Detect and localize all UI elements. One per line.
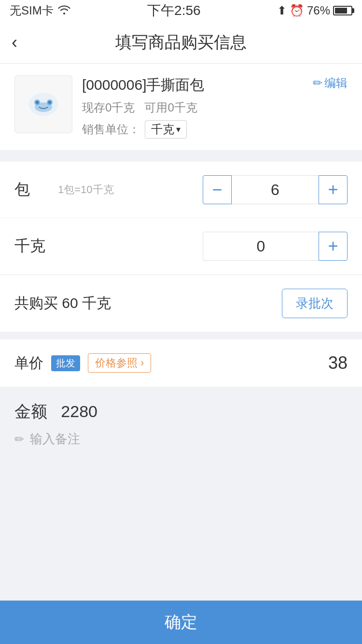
note-row[interactable]: ✏ 输入备注 bbox=[14, 431, 348, 457]
summary-row: 共购买 60 千克 录批次 bbox=[0, 275, 362, 332]
alarm-icon: ⏰ bbox=[290, 4, 304, 17]
package-qty-input[interactable] bbox=[232, 175, 319, 204]
product-stock: 现存0千克 可用0千克 bbox=[82, 100, 348, 115]
svg-point-5 bbox=[48, 101, 51, 104]
kg-row: 千克 + bbox=[0, 218, 362, 275]
time-display: 下午2:56 bbox=[147, 1, 201, 20]
price-ref-button[interactable]: 价格参照 › bbox=[88, 353, 151, 373]
battery-icon bbox=[333, 6, 352, 15]
confirm-button[interactable]: 确定 bbox=[165, 611, 197, 633]
unit-select[interactable]: 千克 ▾ bbox=[145, 120, 187, 139]
package-label: 包 bbox=[14, 179, 53, 200]
pencil-icon: ✏ bbox=[14, 433, 24, 446]
price-label: 单价 bbox=[14, 353, 43, 373]
empty-space bbox=[0, 457, 362, 592]
location-icon: ⬆ bbox=[277, 4, 287, 17]
summary-text: 共购买 60 千克 bbox=[14, 294, 111, 313]
product-name: [0000006]手撕面包 bbox=[82, 75, 204, 95]
status-right: ⬆ ⏰ 76% bbox=[277, 4, 352, 17]
nav-bar: ‹ 填写商品购买信息 bbox=[0, 21, 362, 64]
wifi-icon bbox=[57, 4, 71, 17]
price-value: 38 bbox=[328, 353, 348, 373]
package-sublabel: 1包=10千克 bbox=[58, 182, 114, 197]
price-badge: 批发 bbox=[51, 355, 80, 371]
battery-percent: 76% bbox=[307, 4, 330, 17]
chevron-down-icon: ▾ bbox=[176, 124, 181, 135]
kg-qty-control: + bbox=[203, 232, 348, 261]
product-thumbnail bbox=[14, 75, 72, 133]
product-card: [0000006]手撕面包 ✏ 编辑 现存0千克 可用0千克 销售单位： 千克 … bbox=[0, 64, 362, 154]
page-title: 填写商品购买信息 bbox=[115, 31, 247, 54]
batch-button[interactable]: 录批次 bbox=[282, 289, 348, 318]
package-qty-control: − + bbox=[203, 175, 348, 204]
amount-row: 金额 2280 bbox=[14, 401, 348, 423]
status-left: 无SIM卡 bbox=[10, 3, 71, 18]
kg-qty-input[interactable] bbox=[203, 232, 319, 261]
carrier-label: 无SIM卡 bbox=[10, 3, 54, 18]
note-placeholder[interactable]: 输入备注 bbox=[30, 431, 80, 448]
edit-icon: ✏ bbox=[313, 76, 322, 90]
svg-point-3 bbox=[35, 102, 52, 112]
kg-increment-button[interactable]: + bbox=[319, 232, 348, 261]
status-bar: 无SIM卡 下午2:56 ⬆ ⏰ 76% bbox=[0, 0, 362, 21]
package-row: 包 1包=10千克 − + bbox=[0, 162, 362, 218]
package-increment-button[interactable]: + bbox=[319, 175, 348, 204]
package-decrement-button[interactable]: − bbox=[203, 175, 232, 204]
price-row: 单价 批发 价格参照 › 38 bbox=[14, 353, 348, 373]
edit-button[interactable]: ✏ 编辑 bbox=[313, 75, 348, 91]
price-section: 单价 批发 价格参照 › 38 bbox=[0, 339, 362, 387]
product-info: [0000006]手撕面包 ✏ 编辑 现存0千克 可用0千克 销售单位： 千克 … bbox=[82, 75, 348, 139]
amount-section: 金额 2280 ✏ 输入备注 bbox=[0, 387, 362, 457]
product-unit-row: 销售单位： 千克 ▾ bbox=[82, 120, 348, 139]
section-separator-1 bbox=[0, 154, 362, 162]
kg-label: 千克 bbox=[14, 236, 53, 257]
svg-point-4 bbox=[36, 101, 39, 104]
section-separator-2 bbox=[0, 332, 362, 339]
confirm-bar[interactable]: 确定 bbox=[0, 601, 362, 644]
back-button[interactable]: ‹ bbox=[12, 32, 17, 53]
